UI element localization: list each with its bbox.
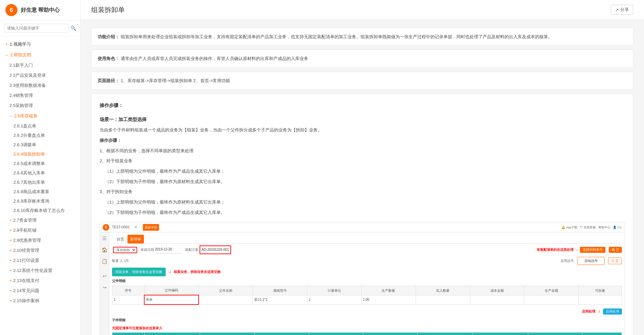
- sidebar-item-2-7[interactable]: + 2.7资金管理: [0, 215, 80, 225]
- annotation-1-text: 有装配清单的在这里处理: [537, 246, 574, 253]
- share-label: 分享: [620, 7, 629, 13]
- select-assembly-btn[interactable]: 选择对料单号: [580, 247, 605, 253]
- sidebar-item-2-6-5[interactable]: 2.6.5成本调整单: [0, 159, 80, 168]
- lt-col-seq: 序号: [112, 333, 145, 335]
- role-text: 通常由生产人员或库管人员完成拆装业务的操作，库管人员确认原材料的出库和产成品的入…: [121, 56, 308, 61]
- tab-home[interactable]: 自贡: [114, 235, 127, 243]
- feature-intro-block: 功能介绍： 组装拆卸单用来处理企业组装或拆卸等加工业务，支持有固定装配清单的产品…: [91, 28, 633, 46]
- sidebar-item-2-9[interactable]: + 2.9优惠券管理: [0, 235, 80, 245]
- cell-seq: 1: [112, 295, 145, 304]
- sidebar-item-inventory[interactable]: − 2.6库存核算: [0, 111, 80, 121]
- col-unit: 计量单位: [307, 286, 362, 295]
- apply-btn[interactable]: 立 定: [608, 258, 622, 264]
- col-parent-code: 父件编码: [144, 286, 199, 295]
- search-box: 🔍: [0, 20, 80, 36]
- sidebar-item-label: 2.6库存核算: [14, 113, 38, 119]
- sidebar-item-sales[interactable]: 2.4销售管理: [0, 91, 80, 101]
- nav-icon-3: 📋: [102, 257, 107, 266]
- sidebar-item-purchase[interactable]: 2.5采购管理: [0, 101, 80, 111]
- app-title: 好生意 帮助中心: [21, 7, 60, 14]
- cell-produce-amt: [524, 295, 579, 304]
- sidebar-item-2-6-2[interactable]: 2.6.2分量盘点单: [0, 131, 80, 140]
- number-label: 数量 人 1/5: [112, 258, 128, 264]
- col-produce-qty: 生产数量: [361, 286, 416, 295]
- new-doc-btn[interactable]: 新建单据: [143, 224, 159, 231]
- sidebar-item-data[interactable]: 2.3使用前数据准备: [0, 80, 80, 91]
- sidebar-item-2-13[interactable]: + 2.13在线支付: [0, 276, 80, 286]
- sidebar-item-2-6-1[interactable]: 2.6.1盘点单: [0, 121, 80, 131]
- lt-col-unit: 计量单位: [255, 333, 309, 335]
- col-spec: 规格型号: [253, 286, 307, 295]
- form-row-2: 数量 人 1/5 启用品号 启动品号 立 定: [112, 256, 622, 266]
- upper-table: 序号 父件编码 父件名称 规格型号 计量单位 生产数量 实入数量 成本金额: [112, 286, 622, 305]
- sidebar-item-2-15[interactable]: + 2.15操作案例: [0, 296, 80, 306]
- search-button[interactable]: 🔍: [70, 25, 76, 31]
- sidebar-item-docs[interactable]: − 2.帮助文档: [0, 50, 80, 60]
- sidebar-item-2-11[interactable]: + 2.11打印设置: [0, 256, 80, 266]
- col-produce-amt: 生产金额: [524, 286, 579, 295]
- sidebar-item-2-6-8[interactable]: 2.6.8商品成本重算: [0, 187, 80, 197]
- logo-icon: 6: [5, 4, 17, 16]
- sidebar-item-2-6-4[interactable]: 2.6.4组装拆卸单: [0, 150, 80, 159]
- lt-col-action: 加取V: [582, 333, 622, 335]
- cell-parent-name: [199, 295, 253, 304]
- nav-list: + 1.视频学习 − 2.帮助文档 2.1新手入门 2.2产品安装及登录 2.3…: [0, 36, 80, 335]
- sidebar-item-label: 2.帮助文档: [10, 52, 31, 58]
- sidebar: 6 好生意 帮助中心 🔍 + 1.视频学习 − 2.帮助文档 2.1新手入门 2…: [0, 0, 80, 335]
- lt-col-usage: 单入用量: [309, 333, 363, 335]
- lt-col-sub-code: 子件编码: [144, 333, 200, 335]
- dept-label: 启用品号: [560, 258, 574, 264]
- confirm-btn[interactable]: 确 定: [609, 247, 622, 253]
- enable-btn[interactable]: 启用处理: [603, 309, 622, 315]
- role-block: 使用角色： 通常由生产人员或库管人员完成拆装业务的操作，库管人员确认原材料的出库…: [91, 50, 633, 67]
- sidebar-item-install[interactable]: 2.2产品安装及登录: [0, 70, 80, 80]
- screenshot-inner: 6 TEST-H002 ▼ 新建单据 🔔 App下载 🛡 在线客服 帮助中心 👤…: [100, 222, 625, 335]
- app-window: 6 TEST-H002 ▼ 新建单据 🔔 App下载 🛡 在线客服 帮助中心 👤…: [100, 222, 625, 335]
- annotation-3-area: 组装业务、拆卸业务在这里切换 ↓ 组装业务、拆卸业务在这里切换: [112, 266, 622, 277]
- sidebar-item-2-6-6[interactable]: 2.6.6其他入库单: [0, 168, 80, 178]
- arrow-up-icon: ↑: [598, 307, 600, 316]
- lower-table: 序号 子件编码 规格型号 计量单位 单入用量 拆入数量 成本金额 拆入金额: [112, 332, 622, 335]
- sidebar-item-2-6-10[interactable]: 2.6.10库存账本错了怎么办: [0, 206, 80, 215]
- dept-input[interactable]: 启动品号: [577, 257, 605, 265]
- sidebar-item-2-6-7[interactable]: 2.6.7其他出库单: [0, 178, 80, 187]
- cell-cost: [470, 295, 524, 304]
- app-topbar: 6 TEST-H002 ▼ 新建单据 🔔 App下载 🛡 在线客服 帮助中心 👤…: [100, 222, 625, 232]
- scene1-label: 场景一：加工类型选择: [100, 115, 625, 124]
- doc-type-select[interactable]: 库存拆卸: [113, 247, 137, 253]
- sidebar-item-2-6-9[interactable]: 2.6.9库存账本查询: [0, 197, 80, 206]
- col-actual-in: 实入数量: [416, 286, 470, 295]
- sidebar-item-2-12[interactable]: + 2.12系统个性化设置: [0, 266, 80, 276]
- share-button[interactable]: ↗ 分享: [611, 5, 633, 15]
- sidebar-item-label: 1.视频学习: [10, 41, 31, 47]
- sidebar-item-2-14[interactable]: + 2.14常见问题: [0, 286, 80, 296]
- assembly-group: 装配方案 AD-20191226-001: [185, 245, 231, 254]
- cell-actual-in: [416, 295, 470, 304]
- feature-intro-label: 功能介绍：: [98, 34, 119, 39]
- main-area: 组装拆卸单 ↗ 分享 功能介绍： 组装拆卸单用来处理企业组装或拆卸等加工业务，支…: [80, 0, 644, 335]
- annotation-5: 无固定清单可任意添加在这里录入: [112, 325, 622, 332]
- sidebar-item-2-6-3[interactable]: 2.6.3调拨单: [0, 140, 80, 150]
- sidebar-item-video[interactable]: + 1.视频学习: [0, 39, 80, 50]
- sidebar-item-new[interactable]: 2.1新手入门: [0, 60, 80, 70]
- assembly-label: 装配方案: [185, 246, 199, 253]
- sidebar-item-2-10[interactable]: + 2.10经营管理: [0, 245, 80, 256]
- ops-label: 操作步骤：: [100, 101, 625, 110]
- lt-col-qty: 拆入数量: [363, 333, 418, 335]
- app-logo-icon: 6: [103, 224, 109, 231]
- search-input[interactable]: [4, 24, 68, 33]
- tab-new[interactable]: 新增单: [127, 235, 144, 243]
- lower-table-label: 子件明细: [112, 317, 622, 324]
- assembly-value: AD-20191226-001: [200, 245, 231, 254]
- date-group: 单据日期 2019-12-20: [141, 246, 182, 254]
- step1: 1、根据不同的业务，选择不同单据的类型来处理: [100, 147, 625, 155]
- annotation-4-text: 启用处理: [582, 308, 595, 315]
- share-icon: ↗: [615, 7, 619, 12]
- company-name: TEST-H002: [112, 224, 129, 231]
- dropdown-icon: ▼: [134, 224, 138, 231]
- upper-table-label: 父件明细: [112, 278, 622, 284]
- app-left-nav: ☰ 🏠 📋 ↩ ↪: [100, 232, 109, 335]
- doc-type-group: 库存拆卸: [112, 247, 137, 253]
- lt-col-spec: 规格型号: [200, 333, 255, 335]
- sidebar-item-2-8[interactable]: + 2.8手机旺铺: [0, 225, 80, 235]
